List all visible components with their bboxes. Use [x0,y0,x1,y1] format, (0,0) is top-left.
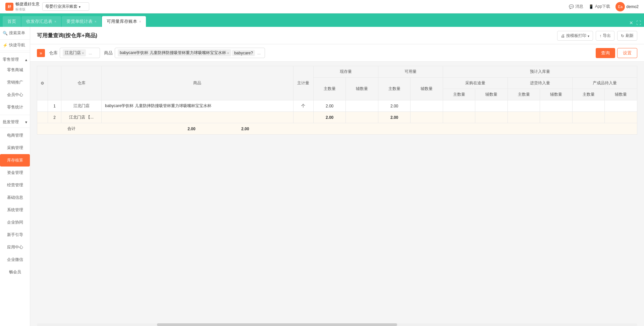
product-tag-1-remove[interactable]: × [227,51,229,55]
warehouse-tag-remove[interactable]: × [82,51,84,55]
tab-order-stats-label: 要货单统计表 [66,18,93,25]
product-tag-2-text: babycare? [234,51,253,55]
th-product: 商品 [102,66,293,100]
product-tag-2: babycare? [232,50,255,56]
th-unit: 主计量 [293,66,313,100]
sidebar-item-wecom[interactable]: 企业微信 [0,253,30,266]
th-avail-aux: 辅数量 [411,78,443,100]
sidebar-item-business[interactable]: 经营管理 [0,179,30,191]
table-footer: 合计 2.00 2.00 [37,123,637,135]
tab-receive-label: 收发存汇总表 [26,18,52,25]
main-layout: 🔍 搜索菜单 ⚡ 快捷导航 零售管理 ▴ 零售商城 营销推广 会员中心 零售统计… [0,27,644,326]
th-stock-aux: 辅数量 [346,78,378,100]
tab-receive-close[interactable]: × [54,20,56,24]
filter-expand-button[interactable]: » [37,49,45,57]
row1-settings[interactable] [37,100,48,112]
row2-unit [293,112,313,123]
product-tag-1-text: babycare学饮杯 儿童防摔防撞吸管杯重力球吸嘴杯宝宝水杯 [120,50,226,56]
sidebar-item-appstore[interactable]: 应用中心 [0,241,30,253]
row1-inb-pend-aux [540,100,573,112]
horizontal-scrollbar[interactable] [37,323,637,326]
product-filter-input[interactable]: babycare学饮杯 儿童防摔防撞吸管杯重力球吸嘴杯宝宝水杯 × babyca… [115,48,265,58]
th-inb-aux: 辅数量 [540,89,573,100]
industry-select-text: 母婴行业演示账套 [45,4,77,9]
tab-home[interactable]: 首页 [3,16,21,27]
template-print-button[interactable]: 🖨 按模板打印 [557,31,593,41]
warehouse-filter-input[interactable]: 江北门店 × ... [60,48,100,58]
top-bar-right: 💬 消息 📱 App下载 Ea demo2 [569,2,639,11]
th-settings[interactable]: ⚙ [37,66,48,100]
user-name: demo2 [626,4,639,9]
app-download-button[interactable]: 📱 App下载 [589,4,610,9]
row2-inb-pend-main [507,112,540,123]
filter-action-buttons: 查询 设置 [596,48,637,58]
sidebar-item-marketing[interactable]: 营销推广 [0,76,30,89]
sidebar-quick-nav-label: 快捷导航 [9,42,25,48]
sidebar-item-collab[interactable]: 企业协同 [0,216,30,229]
data-table: ⚙ 仓库 商品 主计量 现存量 可用量 预计入库量 主数量 辅数量 主数量 [37,66,637,123]
industry-select[interactable]: 母婴行业演示账套 [42,2,89,11]
row2-num: 2 [48,112,61,123]
tab-order-stats[interactable]: 要货单统计表 × [62,16,101,27]
row1-pur-trans-aux [475,100,508,112]
export-button[interactable]: ↑ 导出 [596,31,614,41]
settings-button[interactable]: 设置 [617,48,637,58]
sidebar-item-member-center[interactable]: 会员中心 [0,89,30,101]
sidebar-item-basic-info[interactable]: 基础信息 [0,191,30,204]
sidebar-item-inventory[interactable]: 库存核算 [0,154,30,167]
sidebar-finance-label: 资金管理 [3,170,27,176]
table-area: ⚙ 仓库 商品 主计量 现存量 可用量 预计入库量 主数量 辅数量 主数量 [30,62,644,323]
export-label: 导出 [603,33,611,39]
print-icon: 🖨 [561,34,565,38]
row2-avail-main: 2.00 [378,112,411,123]
sidebar-item-retail-management[interactable]: 零售管理 ▴ [0,54,30,64]
message-button[interactable]: 💬 消息 [569,4,583,9]
row2-stock-aux [346,112,378,123]
sidebar-item-ecommerce[interactable]: 电商管理 [0,129,30,142]
product-filter-group: 商品 babycare学饮杯 儿童防摔防撞吸管杯重力球吸嘴杯宝宝水杯 × bab… [104,48,265,58]
row1-avail-main: 2.00 [378,100,411,112]
row2-pur-trans-aux [475,112,508,123]
search-icon: 🔍 [3,31,8,36]
sidebar-item-purchase[interactable]: 采购管理 [0,142,30,154]
product-filter-dots[interactable]: ... [256,51,262,55]
query-button[interactable]: 查询 [596,48,615,58]
sidebar-item-system[interactable]: 系统管理 [0,204,30,216]
sidebar-item-retail-stats[interactable]: 零售统计 [0,101,30,113]
sidebar-vip-member-label: 畅会员 [3,269,27,275]
warehouse-filter-dots[interactable]: ... [87,51,93,55]
sidebar-wecom-label: 企业微信 [3,257,27,263]
th-pur-main: 主数量 [443,89,475,100]
logo-sub: 标准版 [15,7,40,12]
warehouse-filter-label: 仓库 [49,50,58,56]
product-filter-label: 商品 [104,50,113,56]
sidebar-item-finance[interactable]: 资金管理 [0,167,30,179]
chevron-down-icon-2: ▾ [25,120,27,125]
th-stock-main: 主数量 [313,78,346,100]
refresh-button[interactable]: ↻ 刷新 [617,31,637,41]
tab-available-stock-close[interactable]: × [139,20,141,24]
row2-settings[interactable] [37,112,48,123]
nav-icon: ⚡ [3,43,8,48]
tab-order-stats-close[interactable]: × [95,20,97,24]
tab-available-stock-label: 可用量库存账本 [107,18,137,25]
maximize-window-button[interactable]: ⛶ [636,20,641,26]
tab-receive[interactable]: 收发存汇总表 × [21,16,61,27]
sidebar-item-wholesale-management[interactable]: 批发管理 ▾ [0,117,30,126]
template-print-label: 按模板打印 [566,33,586,39]
gear-icon: ⚙ [41,81,44,86]
chevron-down-icon [79,4,80,9]
sidebar-search[interactable]: 🔍 搜索菜单 [0,27,30,40]
sidebar-quick-nav[interactable]: ⚡ 快捷导航 [0,40,30,51]
sidebar-item-vip-member[interactable]: 畅会员 [0,266,30,278]
scroll-thumb[interactable] [157,323,397,326]
user-profile[interactable]: Ea demo2 [615,2,639,11]
sidebar-search-label: 搜索菜单 [9,30,25,36]
avatar: Ea [615,2,625,11]
close-window-button[interactable]: ✕ [629,20,634,26]
sidebar-item-newbie[interactable]: 新手引导 [0,229,30,241]
tab-available-stock[interactable]: 可用量库存账本 × [102,16,146,27]
row1-stock-aux [346,100,378,112]
th-inb-main: 主数量 [507,89,540,100]
sidebar-item-retail-mall[interactable]: 零售商城 [0,64,30,76]
